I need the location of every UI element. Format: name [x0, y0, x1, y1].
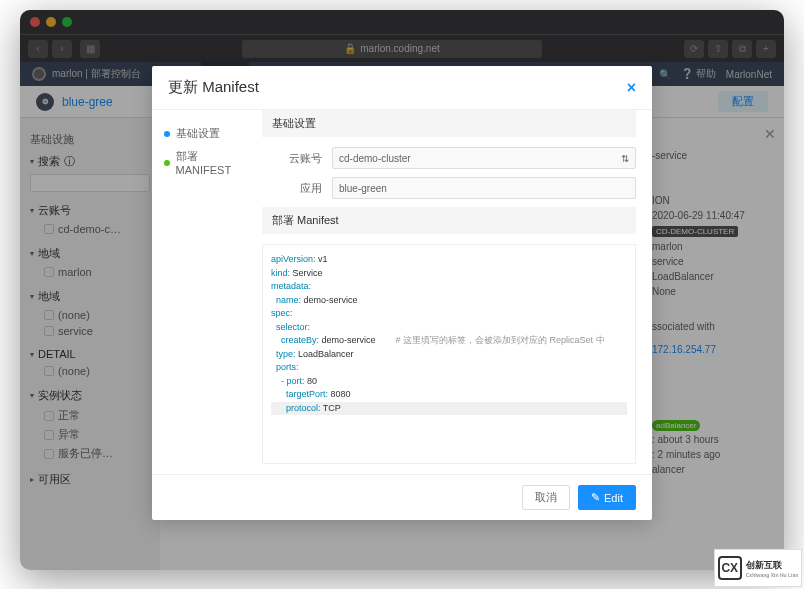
- watermark-brand: 创新互联: [746, 559, 799, 572]
- chevron-updown-icon: ⇅: [621, 153, 629, 164]
- pencil-icon: ✎: [591, 491, 600, 504]
- modal-header: 更新 Manifest ×: [152, 66, 652, 110]
- modal-nav-basic[interactable]: 基础设置: [152, 122, 262, 145]
- account-select[interactable]: cd-demo-cluster⇅: [332, 147, 636, 169]
- modal-title: 更新 Manifest: [168, 78, 259, 97]
- section-manifest-title: 部署 Manifest: [262, 207, 636, 234]
- modal-close-icon[interactable]: ×: [627, 79, 636, 97]
- edit-button[interactable]: ✎Edit: [578, 485, 636, 510]
- watermark-sub: Cxhlwang Xin Hu Lian: [746, 572, 799, 578]
- modal-main: 基础设置 云账号 cd-demo-cluster⇅ 应用 部署 Manifest…: [262, 110, 652, 474]
- watermark-logo-icon: CX: [718, 556, 742, 580]
- modal-nav-manifest[interactable]: 部署 MANIFEST: [152, 145, 262, 180]
- modal-overlay: 更新 Manifest × 基础设置 部署 MANIFEST 基础设置 云账号 …: [20, 10, 784, 570]
- update-manifest-modal: 更新 Manifest × 基础设置 部署 MANIFEST 基础设置 云账号 …: [152, 66, 652, 520]
- form-label-account: 云账号: [262, 151, 332, 166]
- modal-footer: 取消 ✎Edit: [152, 474, 652, 520]
- modal-nav: 基础设置 部署 MANIFEST: [152, 110, 262, 474]
- mac-window: ‹ › ▦ 🔒 marlon.coding.net ⟳ ⇧ ⧉ + marlon…: [20, 10, 784, 570]
- app-input[interactable]: [332, 177, 636, 199]
- form-label-app: 应用: [262, 181, 332, 196]
- dot-icon: [164, 160, 170, 166]
- section-basic-title: 基础设置: [262, 110, 636, 137]
- watermark: CX 创新互联 Cxhlwang Xin Hu Lian: [714, 549, 802, 587]
- dot-icon: [164, 131, 170, 137]
- yaml-editor[interactable]: apiVersion: v1 kind: Service metadata: n…: [262, 244, 636, 464]
- cancel-button[interactable]: 取消: [522, 485, 570, 510]
